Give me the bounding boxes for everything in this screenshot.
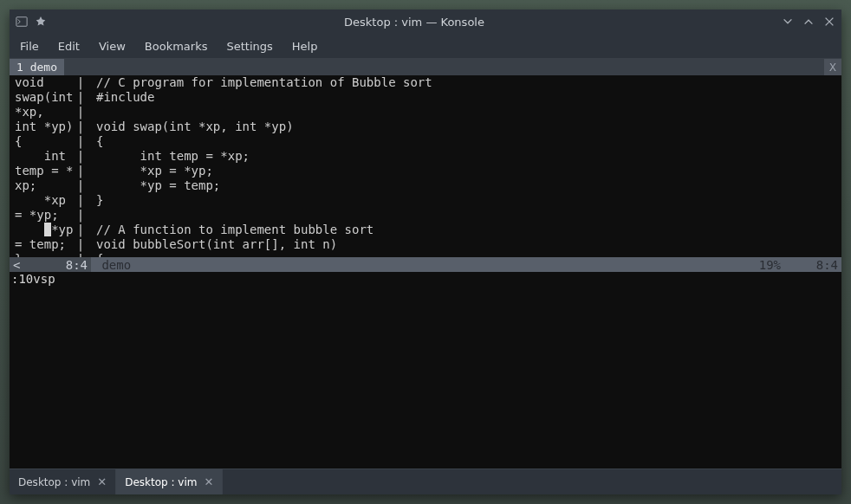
left-split[interactable]: void swap(int *xp, int *yp) { int temp =… [10, 75, 77, 257]
left-statusline: < 8:4 [10, 257, 91, 272]
menu-view[interactable]: View [99, 40, 126, 53]
vim-tabline: 1 demo X [10, 58, 841, 75]
menu-help[interactable]: Help [292, 40, 318, 53]
close-icon[interactable] [822, 15, 836, 29]
right-statusline: demo 19% 8:4 [91, 257, 841, 272]
vim-cmdline[interactable]: :10vsp [10, 272, 841, 287]
vim-tab-active[interactable]: 1 demo [10, 59, 64, 75]
menubar: File Edit View Bookmarks Settings Help [10, 34, 841, 58]
close-icon[interactable]: ✕ [205, 475, 214, 488]
vertical-split-border: ||||||||||||||||||||||| [77, 75, 84, 257]
right-code[interactable]: // C program for implementation of Bubbl… [91, 75, 841, 257]
konsole-window: Desktop : vim — Konsole File Edit View B… [10, 10, 841, 494]
desktop-background: Desktop : vim — Konsole File Edit View B… [0, 0, 851, 504]
menu-settings[interactable]: Settings [226, 40, 272, 53]
menu-file[interactable]: File [20, 40, 39, 53]
titlebar[interactable]: Desktop : vim — Konsole [10, 10, 841, 34]
menu-bookmarks[interactable]: Bookmarks [145, 40, 208, 53]
minimize-icon[interactable] [781, 15, 795, 29]
svg-rect-0 [16, 17, 27, 27]
pin-icon[interactable] [34, 15, 48, 29]
right-split[interactable]: // C program for implementation of Bubbl… [91, 75, 841, 257]
konsole-tabbar: Desktop : vim ✕ Desktop : vim ✕ [10, 468, 841, 494]
vim-tab-close[interactable]: X [824, 59, 841, 75]
terminal-icon [15, 15, 29, 29]
left-code[interactable]: void swap(int *xp, int *yp) { int temp =… [10, 75, 77, 257]
konsole-tab-1[interactable]: Desktop : vim ✕ [116, 469, 223, 494]
menu-edit[interactable]: Edit [58, 40, 80, 53]
konsole-tab-0[interactable]: Desktop : vim ✕ [10, 469, 116, 494]
close-icon[interactable]: ✕ [97, 475, 107, 488]
maximize-icon[interactable] [802, 15, 815, 29]
window-title: Desktop : vim — Konsole [48, 16, 781, 29]
editor-area: void swap(int *xp, int *yp) { int temp =… [10, 75, 841, 257]
empty-area [10, 287, 841, 468]
fold-column [84, 75, 91, 257]
